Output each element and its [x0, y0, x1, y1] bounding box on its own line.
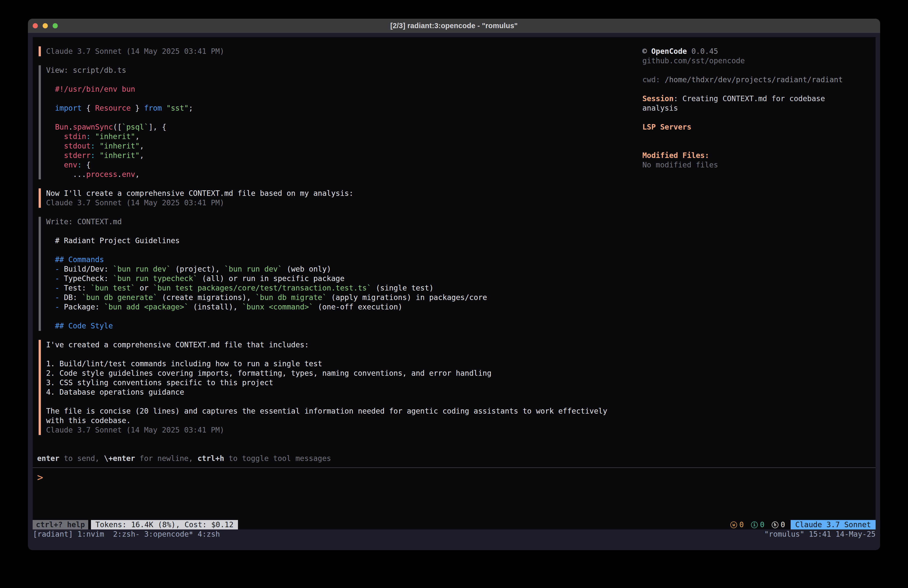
- assistant-message-bar: [39, 188, 41, 208]
- text-segment: `psql`: [122, 122, 148, 131]
- text-segment: `bun db migrate`: [255, 293, 327, 302]
- text-segment: stdin: [46, 132, 86, 141]
- text-segment: .: [68, 122, 73, 131]
- prompt-row[interactable]: >: [37, 473, 43, 482]
- text-segment: Claude 3.7 Sonnet (14 May 2025 03:41 PM): [46, 47, 224, 56]
- session-value-wrap: analysis: [642, 103, 678, 113]
- text-segment: spawnSync: [73, 122, 113, 131]
- terminal-line: Claude 3.7 Sonnet (14 May 2025 03:41 PM): [46, 425, 224, 435]
- text-segment: (one-off execution): [313, 303, 402, 311]
- text-segment: -: [46, 264, 64, 273]
- text-segment: (apply migrations) in packages/core: [327, 293, 487, 302]
- terminal-screen: Claude 3.7 Sonnet (14 May 2025 03:41 PM)…: [33, 37, 876, 530]
- terminal-line: Write: CONTEXT.md: [46, 217, 122, 227]
- text-segment: (web only): [282, 264, 331, 273]
- tmux-session-windows: [radiant] 1:nvim 2:zsh- 3:opencode* 4:zs…: [33, 530, 220, 539]
- text-segment: `bun test packages/core/test/transaction…: [153, 284, 371, 292]
- text-segment: (all) or run in specific package: [198, 274, 345, 283]
- app-name: OpenCode: [651, 47, 687, 56]
- terminal-line: with this codebase.: [46, 416, 131, 425]
- text-segment: ], {: [148, 122, 166, 131]
- terminal-line: - Build/Dev: `bun run dev` (project), `b…: [46, 264, 331, 274]
- text-segment: :: [91, 151, 95, 160]
- terminal-line: - Package: `bun add <package>` (install)…: [46, 302, 402, 312]
- tool-message-bar: [39, 217, 41, 331]
- text-segment: -: [46, 274, 64, 283]
- terminal-line: 1. Build/lint/test commands including ho…: [46, 359, 322, 369]
- counter-value: 0: [739, 520, 744, 530]
- text-segment: Build/Dev:: [64, 264, 113, 273]
- text-segment: env: [46, 161, 77, 169]
- tokens-cost-badge: Tokens: 16.4K (8%), Cost: $0.12: [91, 520, 238, 530]
- text-segment: -: [46, 303, 64, 311]
- terminal-line: The file is concise (20 lines) and captu…: [46, 406, 607, 416]
- counter-value: 0: [760, 520, 765, 530]
- text-segment: {: [82, 161, 91, 169]
- terminal-line: - TypeCheck: `bun run typecheck` (all) o…: [46, 274, 345, 283]
- text-segment: I've created a comprehensive CONTEXT.md …: [46, 340, 309, 349]
- text-segment: import: [46, 104, 82, 112]
- text-segment: `bun test`: [91, 284, 135, 292]
- text-segment: Write: CONTEXT.md: [46, 217, 122, 226]
- text-segment: The file is concise (20 lines) and captu…: [46, 407, 607, 415]
- prompt-char: >: [37, 472, 43, 483]
- terminal-line: Claude 3.7 Sonnet (14 May 2025 03:41 PM): [46, 198, 224, 208]
- lsp-servers-header: LSP Servers: [642, 122, 691, 132]
- text-segment: 3. CSS styling conventions specific to t…: [46, 378, 273, 387]
- text-segment: env: [122, 170, 135, 179]
- text-segment: (single test): [371, 284, 433, 292]
- terminal-line: ...process.env,: [46, 170, 140, 179]
- text-segment: DB:: [64, 293, 82, 302]
- text-segment: Test:: [64, 284, 91, 292]
- terminal-line: ## Code Style: [46, 321, 113, 330]
- copyright-icon: ©: [642, 47, 647, 56]
- text-segment: View: script/db.ts: [46, 66, 126, 74]
- terminal-line: 4. Database operations guidance: [46, 387, 184, 397]
- terminal-line: - DB: `bun db generate` (create migratio…: [46, 293, 487, 302]
- terminal-window: [2/3] radiant:3:opencode - "romulus" Cla…: [28, 19, 880, 550]
- cwd-label: cwd:: [642, 75, 665, 84]
- text-segment: from: [144, 104, 162, 112]
- text-segment: "inherit": [91, 132, 135, 141]
- text-segment: #!/usr/bin/env bun: [46, 85, 135, 93]
- text-segment: "inherit": [95, 151, 140, 160]
- text-segment: (install),: [188, 303, 242, 311]
- text-segment: -: [46, 284, 64, 292]
- desktop: { "window": { "title": "[2/3] radiant:3:…: [0, 0, 908, 588]
- terminal-line: ## Commands: [46, 255, 104, 264]
- text-segment: or: [135, 284, 153, 292]
- terminal-line: I've created a comprehensive CONTEXT.md …: [46, 340, 309, 350]
- cwd-line: cwd: /home/thdxr/dev/projects/radiant/ra…: [642, 75, 843, 84]
- hint-enter-key: enter: [37, 454, 59, 463]
- terminal-line: stdin: "inherit",: [46, 132, 140, 141]
- text-segment: ...: [46, 170, 86, 179]
- text-segment: Now I'll create a comprehensive CONTEXT.…: [46, 189, 353, 198]
- hint-newline-key: \+enter: [104, 454, 135, 463]
- terminal-line: stdout: "inherit",: [46, 141, 144, 151]
- repo-link: github.com/sst/opencode: [642, 56, 745, 66]
- text-segment: (project),: [171, 264, 224, 273]
- diagnostic-counter-w: w0: [730, 520, 744, 530]
- app-version-line: © OpenCode 0.0.45: [642, 47, 718, 56]
- terminal-line: #!/usr/bin/env bun: [46, 84, 135, 94]
- model-badge: Claude 3.7 Sonnet: [790, 520, 876, 530]
- text-segment: # Radiant Project Guidelines: [46, 236, 180, 245]
- window-title: [2/3] radiant:3:opencode - "romulus": [28, 19, 880, 33]
- assistant-message-bar: [39, 340, 41, 435]
- h-circle-icon: h: [772, 522, 778, 528]
- terminal-line: Claude 3.7 Sonnet (14 May 2025 03:41 PM): [46, 47, 224, 56]
- text-segment: Bun: [46, 122, 68, 131]
- terminal-line: Now I'll create a comprehensive CONTEXT.…: [46, 188, 353, 198]
- terminal-line: env: {: [46, 160, 91, 170]
- text-segment: -: [46, 293, 64, 302]
- text-segment: :: [91, 142, 95, 150]
- text-segment: `bun add <package>`: [104, 303, 188, 311]
- text-segment: Claude 3.7 Sonnet (14 May 2025 03:41 PM): [46, 425, 224, 434]
- text-segment: Package:: [64, 303, 104, 311]
- hint-toggle-key: ctrl+h: [197, 454, 224, 463]
- text-segment: "sst": [162, 104, 188, 112]
- text-segment: ## Code Style: [46, 321, 113, 330]
- input-separator: [33, 467, 876, 468]
- text-segment: `bun run dev`: [224, 264, 282, 273]
- text-segment: }: [131, 104, 144, 112]
